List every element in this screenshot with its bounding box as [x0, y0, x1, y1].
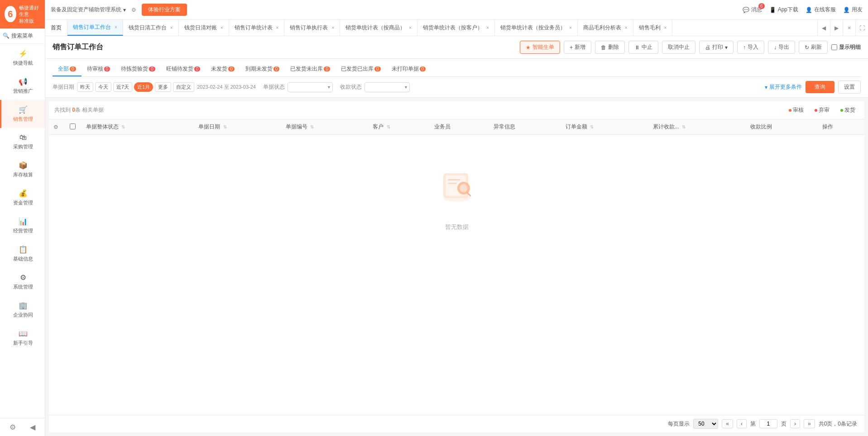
next-page-btn[interactable]: ›	[790, 419, 800, 428]
last-page-btn[interactable]: »	[804, 419, 815, 428]
tab-maximize-btn[interactable]: ⛶	[855, 20, 868, 36]
sort-amount-icon[interactable]: ⇅	[590, 124, 594, 129]
prev-page-btn[interactable]: ‹	[737, 419, 747, 428]
tab-sales-profit[interactable]: 销售毛利 ×	[633, 20, 673, 36]
query-btn[interactable]: 查询	[806, 81, 834, 93]
setting-btn[interactable]: 设置	[838, 81, 861, 94]
date-btn-today[interactable]: 今天	[95, 82, 111, 92]
tab-sales-exec[interactable]: 销售订单执行表 ×	[284, 20, 340, 36]
tab-close-btn[interactable]: ×	[664, 25, 667, 30]
tab-sales-order-workbench[interactable]: 销售订单工作台 ×	[67, 20, 123, 36]
select-all-checkbox[interactable]	[70, 123, 76, 129]
sidebar-item-quick-nav[interactable]: ⚡ 快捷导航	[0, 44, 45, 72]
tab-scroll-left-btn[interactable]: ◀	[817, 20, 830, 36]
refresh-btn[interactable]: ↻ 刷新	[799, 41, 828, 54]
tab-close-btn[interactable]: ×	[409, 25, 412, 30]
sidebar-item-operations[interactable]: 📊 经营管理	[0, 212, 45, 240]
date-btn-more[interactable]: 更多	[155, 82, 171, 92]
page-size-select[interactable]: 50 10 20 100	[693, 419, 718, 429]
sidebar-item-enterprise[interactable]: 🏢 企业协同	[0, 296, 45, 324]
payment-select[interactable]	[364, 82, 410, 92]
review-bulk-btn[interactable]: 审核	[785, 105, 807, 115]
table-scroll[interactable]: ⚙ 单据整体状态 ⇅ 单据日期 ⇅	[49, 119, 864, 415]
filter-tab-pending-inspection[interactable]: 待拣货验货0	[115, 62, 161, 76]
tab-close-btn[interactable]: ×	[221, 25, 223, 30]
date-btn-custom[interactable]: 自定义	[173, 82, 194, 92]
tab-close-btn[interactable]: ×	[276, 25, 279, 30]
filter-bar: 全部0 待审核0 待拣货验货0 旺铺待发货0 未发货0 到期未发货0 已发货未出…	[45, 59, 868, 98]
tab-close-btn[interactable]: ×	[331, 25, 334, 30]
ship-bulk-btn[interactable]: 发货	[837, 105, 859, 115]
import-btn[interactable]: ↑ 导入	[737, 41, 764, 54]
filter-tab-pending-review[interactable]: 待审核0	[82, 62, 116, 76]
page-input[interactable]	[759, 419, 777, 428]
cancel-review-bulk-btn[interactable]: 弃审	[811, 105, 833, 115]
filter-tab-not-printed[interactable]: 未打印单据0	[386, 62, 432, 76]
delete-btn[interactable]: 🗑 删除	[595, 41, 625, 54]
system-selector[interactable]: 装备及固定资产辅助管理系统 ▾	[51, 6, 126, 14]
filter-tab-wangpu[interactable]: 旺铺待发货0	[161, 62, 206, 76]
date-btn-yesterday[interactable]: 昨天	[77, 82, 93, 92]
tab-gross-analysis[interactable]: 商品毛利分析表 ×	[578, 20, 633, 36]
filter-tab-all[interactable]: 全部0	[53, 62, 82, 76]
tab-sales-by-customer[interactable]: 销货单统计表（按客户） ×	[417, 20, 495, 36]
filter-tab-shipped-out[interactable]: 已发货已出库0	[336, 62, 386, 76]
tab-close-all-btn[interactable]: ×	[843, 20, 855, 36]
tab-scroll-right-btn[interactable]: ▶	[830, 20, 843, 36]
user-action[interactable]: 👤 用友	[843, 6, 863, 14]
column-settings-icon[interactable]: ⚙	[53, 124, 58, 130]
add-btn[interactable]: + 新增	[564, 41, 591, 54]
logo[interactable]: 6 畅捷通好生意 标准版	[0, 0, 45, 28]
tab-close-btn[interactable]: ×	[115, 25, 117, 30]
show-detail-toggle[interactable]: 显示明细	[831, 43, 861, 51]
sort-customer-icon[interactable]: ⇅	[387, 124, 390, 129]
sidebar-item-sales[interactable]: 🛒 销售管理	[0, 100, 45, 128]
expand-conditions-btn[interactable]: ▾ 展开更多条件	[765, 83, 802, 91]
message-action[interactable]: 💬 消息 6	[743, 6, 762, 14]
sort-status-icon[interactable]: ⇅	[121, 124, 125, 129]
date-btn-7days[interactable]: 近7天	[113, 82, 132, 92]
smart-create-btn[interactable]: ★ 智能生单	[520, 41, 560, 54]
sidebar-search[interactable]: 🔍 搜索菜单	[0, 28, 45, 44]
sidebar-item-purchase[interactable]: 🛍 采购管理	[0, 128, 45, 156]
cancel-suspend-btn[interactable]: 取消中止	[662, 41, 695, 54]
tab-close-btn[interactable]: ×	[486, 25, 489, 30]
online-service-action[interactable]: 👤 在线客服	[806, 6, 836, 14]
suspend-btn[interactable]: ⏸ 中止	[628, 41, 658, 54]
sidebar-item-basic-info[interactable]: 📋 基础信息	[0, 240, 45, 268]
sort-number-icon[interactable]: ⇅	[310, 124, 314, 129]
app-download-action[interactable]: 📱 App下载	[769, 6, 798, 14]
sort-date-icon[interactable]: ⇅	[223, 124, 227, 129]
tab-sales-by-product[interactable]: 销货单统计表（按商品） ×	[340, 20, 417, 36]
sidebar-item-inventory[interactable]: 📦 库存核算	[0, 156, 45, 184]
gear-icon[interactable]: ⚙	[131, 7, 136, 13]
tab-cash-daily[interactable]: 钱货日清工作台 ×	[123, 20, 179, 36]
export-btn[interactable]: ↓ 导出	[768, 41, 795, 54]
date-range-btns: 昨天 今天 近7天 近1月 更多 自定义	[77, 82, 194, 92]
tab-sales-by-staff[interactable]: 销货单统计表（按业务员） ×	[495, 20, 578, 36]
first-page-btn[interactable]: «	[722, 419, 733, 428]
collapse-sidebar-btn[interactable]: ◀	[30, 423, 35, 431]
tab-home[interactable]: 首页	[45, 20, 67, 36]
tab-close-btn[interactable]: ×	[569, 25, 572, 30]
sidebar-item-marketing[interactable]: 📢 营销推广	[0, 72, 45, 100]
trial-btn[interactable]: 体验行业方案	[142, 4, 187, 16]
filter-tab-not-shipped[interactable]: 未发货0	[206, 62, 240, 76]
tab-close-btn[interactable]: ×	[170, 25, 173, 30]
sidebar-item-system[interactable]: ⚙ 系统管理	[0, 268, 45, 296]
th-checkbox[interactable]	[65, 119, 82, 135]
tab-close-btn[interactable]: ×	[625, 25, 628, 30]
show-detail-checkbox[interactable]	[831, 44, 837, 50]
tab-sales-stats[interactable]: 销售订单统计表 ×	[229, 20, 285, 36]
status-select[interactable]	[288, 82, 333, 92]
sidebar-item-new-guide[interactable]: 📖 新手引导	[0, 324, 45, 352]
filter-tab-shipped-not-out[interactable]: 已发货未出库0	[285, 62, 336, 76]
sort-collected-icon[interactable]: ⇅	[682, 124, 686, 129]
tab-cash-reconcile[interactable]: 钱货日清对账 ×	[179, 20, 229, 36]
filter-tab-overdue[interactable]: 到期未发货0	[240, 62, 285, 76]
sidebar-item-finance[interactable]: 💰 资金管理	[0, 184, 45, 212]
date-btn-1month[interactable]: 近1月	[134, 82, 153, 92]
settings-footer-btn[interactable]: ⚙	[10, 423, 16, 431]
th-gear[interactable]: ⚙	[49, 119, 65, 135]
print-btn[interactable]: 🖨 打印 ▾	[699, 41, 734, 54]
